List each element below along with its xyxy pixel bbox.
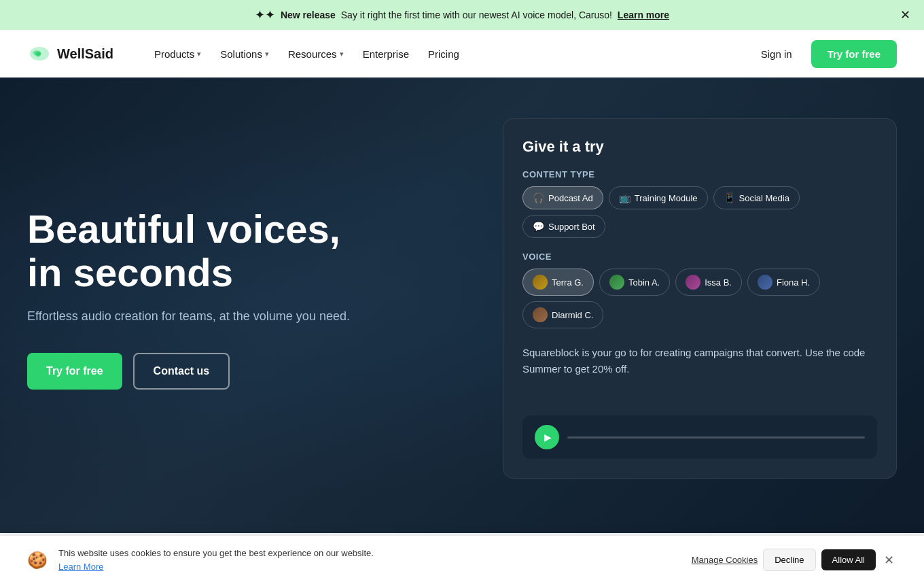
tobin-label: Tobin A. [628,277,660,288]
play-icon: ▶ [544,432,552,443]
cookie-description: This website uses cookies to ensure you … [58,548,374,558]
hero-contact-button[interactable]: Contact us [133,353,230,390]
cookie-actions: Manage Cookies Decline Allow All ✕ [692,549,897,571]
voice-label: Voice [522,252,877,262]
nav-solutions[interactable]: Solutions ▾ [212,43,277,65]
hero-title-line1: Beautiful voices, [27,207,340,251]
hero-left: Beautiful voices, in seconds Effortless … [27,207,367,390]
cookie-text: This website uses cookies to ensure you … [58,547,681,573]
support-icon: 💬 [533,221,544,232]
podcast-tab-label: Podcast Ad [548,193,593,203]
hero-title: Beautiful voices, in seconds [27,207,367,294]
tobin-avatar [609,275,624,290]
logo[interactable]: WellSaid [27,46,113,62]
terra-label: Terra G. [552,277,584,288]
allow-all-button[interactable]: Allow All [821,549,876,570]
nav-enterprise-label: Enterprise [363,48,409,60]
banner-description: Say it right the first time with our new… [341,10,612,20]
content-tab-support[interactable]: 💬 Support Bot [522,215,605,238]
audio-progress-bar[interactable] [567,436,865,439]
content-tab-social[interactable]: 📱 Social Media [713,186,800,209]
announcement-banner: ✦✦ New release Say it right the first ti… [0,0,924,30]
new-release-label: New release [281,10,336,20]
training-tab-label: Training Module [635,193,698,203]
fiona-avatar [758,275,772,290]
banner-text: New release Say it right the first time … [281,10,669,20]
nav-resources-label: Resources [288,48,337,60]
social-icon: 📱 [724,192,735,203]
terra-avatar [533,275,548,290]
navbar: WellSaid Products ▾ Solutions ▾ Resource… [0,30,924,78]
diarmid-avatar [533,307,548,322]
social-tab-label: Social Media [739,193,789,203]
hero-subtitle: Effortless audio creation for teams, at … [27,307,367,326]
nav-enterprise[interactable]: Enterprise [355,43,417,65]
content-tab-podcast[interactable]: 🎧 Podcast Ad [522,186,603,209]
support-tab-label: Support Bot [548,222,595,232]
hero-try-free-button[interactable]: Try for free [27,353,122,390]
decline-button[interactable]: Decline [763,549,815,571]
hero-title-line2: in seconds [27,250,233,294]
play-button[interactable]: ▶ [535,425,559,449]
cookie-banner: 🍪 This website uses cookies to ensure yo… [0,535,924,584]
content-tab-training[interactable]: 📺 Training Module [609,186,708,209]
diarmid-label: Diarmid C. [552,310,593,320]
nav-pricing-label: Pricing [428,48,459,60]
demo-text: Squareblock is your go to for creating c… [522,345,877,399]
voice-tab-issa[interactable]: Issa B. [675,269,742,296]
nav-resources-chevron: ▾ [340,50,344,58]
cookie-close-button[interactable]: ✕ [881,550,897,570]
training-icon: 📺 [619,192,630,203]
hero-section: Beautiful voices, in seconds Effortless … [0,78,924,533]
issa-label: Issa B. [705,277,732,288]
hero-buttons: Try for free Contact us [27,353,367,390]
content-type-tabs: 🎧 Podcast Ad 📺 Training Module 📱 Social … [522,186,877,238]
nav-links: Products ▾ Solutions ▾ Resources ▾ Enter… [146,43,731,65]
cookie-learn-more-link[interactable]: Learn More [58,562,103,572]
hero-right: Give it a try Content type 🎧 Podcast Ad … [367,118,897,479]
demo-card-title: Give it a try [522,138,877,156]
nav-products-chevron: ▾ [197,50,201,58]
manage-cookies-button[interactable]: Manage Cookies [692,555,758,565]
demo-card: Give it a try Content type 🎧 Podcast Ad … [503,118,897,479]
banner-close-button[interactable]: ✕ [900,9,910,21]
nav-resources[interactable]: Resources ▾ [280,43,352,65]
voice-tab-terra[interactable]: Terra G. [522,269,594,296]
wellsaid-logo-icon [27,46,52,62]
sign-in-button[interactable]: Sign in [753,43,800,65]
nav-solutions-label: Solutions [220,48,262,60]
voice-tab-fiona[interactable]: Fiona H. [747,269,820,296]
nav-products[interactable]: Products ▾ [146,43,209,65]
audio-player: ▶ [522,415,877,459]
nav-products-label: Products [154,48,194,60]
nav-pricing[interactable]: Pricing [420,43,467,65]
voice-tabs: Terra G. Tobin A. Issa B. Fiona H. Diarm… [522,269,877,328]
cookie-icon: 🍪 [27,551,48,570]
logo-text: WellSaid [57,46,113,62]
voice-tab-diarmid[interactable]: Diarmid C. [522,301,603,328]
nav-try-free-button[interactable]: Try for free [811,40,897,68]
podcast-icon: 🎧 [533,192,544,203]
nav-solutions-chevron: ▾ [265,50,269,58]
voice-tab-tobin[interactable]: Tobin A. [599,269,670,296]
sparkle-icon: ✦✦ [255,7,275,22]
banner-learn-more-link[interactable]: Learn more [618,10,669,20]
content-type-label: Content type [522,169,877,179]
issa-avatar [686,275,700,290]
fiona-label: Fiona H. [777,277,810,288]
nav-right: Sign in Try for free [753,40,897,68]
